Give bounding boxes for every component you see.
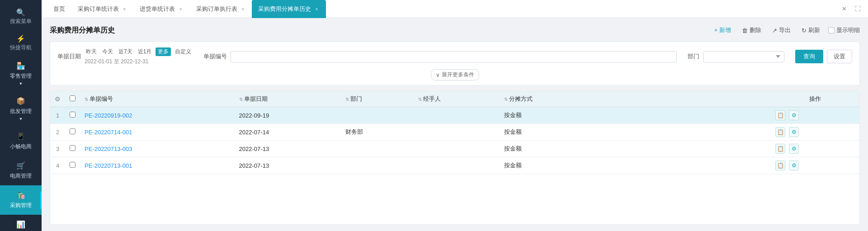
doc-no-link-1[interactable]: PE-20220919-002: [85, 112, 132, 119]
row-num-4: 4: [50, 157, 65, 174]
doc-no-search-field: 单据编号: [203, 51, 677, 62]
1month-shortcut[interactable]: 近1月: [137, 47, 153, 56]
sidebar-item-purchase[interactable]: 🛍️ 采购管理: [0, 185, 42, 215]
page-title: 采购费用分摊单历史: [50, 26, 115, 35]
sort-icon-doc-no: ⇅: [85, 97, 88, 102]
more-shortcut[interactable]: 更多: [156, 47, 171, 56]
sidebar-item-search[interactable]: 🔍 搜索菜单: [0, 4, 42, 30]
dept-select[interactable]: 财务部: [703, 51, 784, 62]
sidebar-item-mini-app[interactable]: 📱 小畅电商: [0, 127, 42, 156]
header-actions: + 新增 🗑 删除 ↗ 导出 ↻ 刷新 显示明细: [712, 24, 860, 36]
handler-col-header: ⇅ 经手人: [414, 91, 500, 107]
row-actions-4: 📋 ⚙: [771, 157, 859, 174]
tab-purchase-fee-history[interactable]: 采购费用分摊单历史 ×: [252, 0, 326, 18]
row-actions-1: 📋 ⚙: [771, 107, 859, 124]
expand-more-button[interactable]: ∨ 展开更多条件: [431, 69, 479, 80]
today-shortcut[interactable]: 今天: [101, 47, 114, 56]
sort-icon-date: ⇅: [239, 97, 243, 102]
row-checkbox-3: [65, 141, 80, 157]
row-dept-1: [341, 107, 414, 124]
doc-no-input[interactable]: [231, 51, 677, 62]
doc-no-link-2[interactable]: PE-20220714-001: [85, 129, 132, 136]
tab-close-inbound-stats[interactable]: ×: [178, 6, 183, 12]
7days-shortcut[interactable]: 近7天: [117, 47, 134, 56]
search-actions: 查询 设置: [795, 50, 852, 63]
doc-no-link-4[interactable]: PE-20220713-001: [85, 162, 132, 169]
table-row: 2 PE-20220714-001 2022-07-14 财务部 按金额: [50, 124, 859, 141]
dept-label: 部门: [688, 52, 699, 61]
fullscreen-action[interactable]: ⛶: [853, 5, 863, 13]
query-button[interactable]: 查询: [795, 50, 823, 63]
row-4-checkbox[interactable]: [70, 162, 75, 168]
select-all-checkbox[interactable]: [70, 95, 75, 101]
method-sortable[interactable]: ⇅ 分摊方式: [504, 95, 766, 103]
sidebar-item-wholesale[interactable]: 📦 批发管理 ▼: [0, 91, 42, 127]
doc-no-sortable[interactable]: ⇅ 单据编号: [85, 95, 230, 103]
edit-action-2[interactable]: ⚙: [789, 127, 799, 137]
display-cols-checkbox-label[interactable]: 显示明细: [828, 26, 860, 34]
sidebar-item-inventory[interactable]: 📊 库存核算: [0, 215, 42, 231]
action-icons-1: 📋 ⚙: [775, 110, 855, 120]
action-icons-4: 📋 ⚙: [775, 160, 855, 170]
refresh-icon: ↻: [802, 27, 807, 34]
dept-col-header: ⇅ 部门: [341, 91, 414, 107]
table-container: ⚙ ⇅ 单据编号 ⇅: [50, 91, 860, 225]
row-doc-no-4: PE-20220713-001: [80, 157, 235, 174]
setting-button[interactable]: 设置: [827, 50, 852, 63]
add-button[interactable]: + 新增: [712, 24, 734, 36]
row-num-1: 1: [50, 107, 65, 124]
search-bar: 单据日期 昨天 今天 近7天 近1月 更多 自定义 2022-01-01 至 2…: [50, 42, 860, 85]
dept-search-field: 部门 财务部: [688, 51, 784, 62]
tab-home[interactable]: 首页: [47, 0, 71, 18]
refresh-button[interactable]: ↻ 刷新: [799, 24, 823, 36]
close-tab-action[interactable]: ✕: [840, 5, 849, 13]
table-row: 1 PE-20220919-002 2022-09-19 按金额: [50, 107, 859, 124]
tab-purchase-order-exec[interactable]: 采购订单执行表 ×: [190, 0, 252, 18]
quick-nav-icon: ⚡: [0, 34, 42, 43]
tab-close-purchase-order-exec[interactable]: ×: [240, 6, 245, 12]
yesterday-shortcut[interactable]: 昨天: [85, 47, 98, 56]
expand-icon: ∨: [436, 72, 440, 78]
view-action-2[interactable]: 📋: [775, 127, 785, 137]
table-row: 3 PE-20220713-003 2022-07-13 按金额: [50, 141, 859, 157]
row-3-checkbox[interactable]: [70, 145, 75, 151]
view-action-3[interactable]: 📋: [775, 144, 785, 154]
view-action-1[interactable]: 📋: [775, 110, 785, 120]
mini-app-icon: 📱: [16, 132, 25, 141]
display-cols-checkbox[interactable]: [828, 27, 835, 33]
table-settings-icon[interactable]: ⚙: [55, 95, 61, 103]
export-button[interactable]: ↗ 导出: [769, 24, 793, 36]
tab-inbound-stats[interactable]: 进货单统计表 ×: [133, 0, 189, 18]
row-actions-3: 📋 ⚙: [771, 141, 859, 157]
date-label: 单据日期: [57, 52, 81, 61]
row-1-checkbox[interactable]: [70, 112, 75, 118]
date-col-header: ⇅ 单据日期: [235, 91, 341, 107]
delete-button[interactable]: 🗑 删除: [739, 24, 764, 36]
row-method-4: 按金额: [500, 157, 771, 174]
row-2-checkbox[interactable]: [70, 128, 75, 134]
sidebar-item-retail[interactable]: 🏪 零售管理 ▼: [0, 56, 42, 91]
chevron-down-icon: ▼: [19, 117, 23, 121]
sidebar-item-quick-nav[interactable]: ⚡ 快捷导航: [0, 30, 42, 56]
handler-sortable[interactable]: ⇅ 经手人: [418, 95, 495, 103]
doc-no-link-3[interactable]: PE-20220713-003: [85, 146, 132, 152]
date-sortable[interactable]: ⇅ 单据日期: [239, 95, 336, 103]
tab-purchase-order-stats[interactable]: 采购订单统计表 ×: [71, 0, 133, 18]
edit-action-4[interactable]: ⚙: [789, 160, 799, 170]
action-icons-3: 📋 ⚙: [775, 144, 855, 154]
dept-sortable[interactable]: ⇅ 部门: [345, 95, 409, 103]
row-method-2: 按金额: [500, 124, 771, 141]
view-action-4[interactable]: 📋: [775, 160, 785, 170]
sidebar-item-ecommerce[interactable]: 🛒 电商管理: [0, 156, 42, 185]
purchase-icon: 🛍️: [16, 191, 25, 199]
row-date-3: 2022-07-13: [235, 141, 341, 157]
page-header: 采购费用分摊单历史 + 新增 🗑 删除 ↗ 导出 ↻ 刷新 显示明细: [50, 24, 860, 36]
tab-close-purchase-fee-history[interactable]: ×: [314, 6, 319, 12]
tab-close-purchase-order-stats[interactable]: ×: [122, 6, 127, 12]
edit-action-3[interactable]: ⚙: [789, 144, 799, 154]
edit-action-1[interactable]: ⚙: [789, 110, 799, 120]
custom-shortcut[interactable]: 自定义: [174, 47, 193, 56]
row-dept-4: [341, 157, 414, 174]
sidebar: 🔍 搜索菜单 ⚡ 快捷导航 🏪 零售管理 ▼ 📦 批发管理 ▼ 📱 小畅电商 🛒…: [0, 0, 42, 231]
row-date-1: 2022-09-19: [235, 107, 341, 124]
